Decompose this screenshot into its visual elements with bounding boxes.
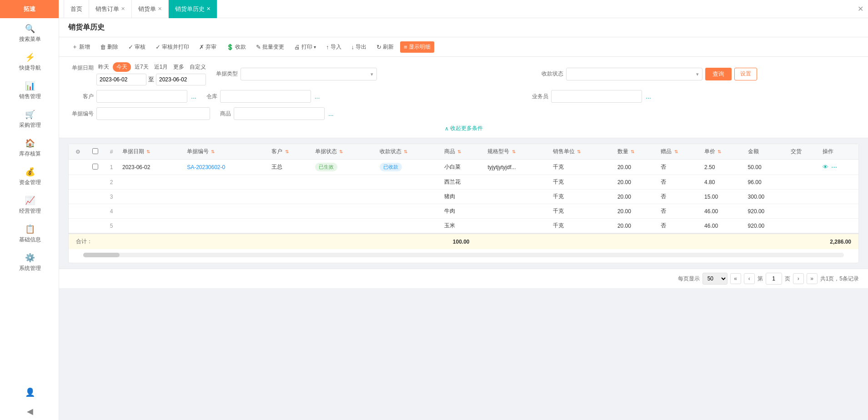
sidebar-item-finance[interactable]: 💰 资金管理 — [0, 161, 59, 190]
prev-page-button[interactable]: ‹ — [744, 273, 755, 284]
row2-transaction — [788, 175, 820, 190]
query-button[interactable]: 查询 — [705, 68, 732, 80]
close-sales-delivery-tab-icon[interactable]: ✕ — [158, 6, 162, 12]
show-details-button[interactable]: ≡ 显示明细 — [400, 41, 434, 53]
date-7days[interactable]: 近7天 — [133, 62, 151, 72]
page-number-input[interactable] — [766, 273, 782, 285]
warehouse-ellipsis-button[interactable]: ... — [315, 93, 320, 100]
col-doc-status[interactable]: 单据状态 ⇅ — [312, 144, 377, 160]
horizontal-scrollbar[interactable] — [83, 253, 844, 257]
date-more[interactable]: 更多 — [171, 62, 186, 72]
col-spec[interactable]: 规格型号 ⇅ — [485, 144, 550, 160]
row1-more-button[interactable]: ⋯ — [831, 164, 837, 170]
row3-payment-status — [377, 190, 442, 204]
row2-spec — [485, 175, 550, 190]
table-row: 4 牛肉 千克 20.00 否 46.00 920. — [69, 204, 858, 219]
sidebar-item-sales-mgmt[interactable]: 📊 销售管理 — [0, 75, 59, 104]
date-1month[interactable]: 近1月 — [152, 62, 170, 72]
payment-status-select[interactable] — [566, 68, 702, 80]
col-gift[interactable]: 赠品 ⇅ — [658, 144, 702, 160]
date-yesterday[interactable]: 昨天 — [96, 62, 111, 72]
warehouse-input[interactable] — [220, 90, 311, 103]
scrollbar-thumb[interactable] — [83, 253, 120, 257]
row3-number: 3 — [103, 190, 120, 204]
sidebar-item-user[interactable]: 👤 — [0, 382, 59, 401]
sidebar-item-basic-info[interactable]: 📋 基础信息 — [0, 219, 59, 247]
row2-qty: 20.00 — [615, 175, 658, 190]
doc-type-select[interactable] — [241, 68, 377, 80]
audit-button[interactable]: ✓ 审核 — [125, 41, 149, 53]
audit-print-button[interactable]: ✓ 审核并打印 — [152, 41, 193, 53]
tab-sales-history[interactable]: 销货单历史 ✕ — [169, 0, 217, 18]
tab-sales-order[interactable]: 销售订单 ✕ — [89, 0, 132, 18]
date-today[interactable]: 今天 — [113, 62, 131, 72]
import-button[interactable]: ↑ 导入 — [322, 41, 345, 53]
col-unit-price[interactable]: 单价 ⇅ — [702, 144, 745, 160]
row1-checkbox[interactable] — [92, 164, 98, 170]
salesperson-ellipsis-button[interactable]: ... — [646, 93, 651, 100]
date-from-input[interactable] — [96, 74, 146, 85]
goods-ellipsis-button[interactable]: ... — [328, 110, 334, 117]
row4-goods: 牛肉 — [442, 204, 485, 219]
customer-input[interactable] — [96, 90, 187, 103]
row1-customer: 王总 — [269, 160, 312, 175]
sidebar-item-label: 采购管理 — [19, 121, 41, 129]
sidebar-item-quick-nav[interactable]: ⚡ 快捷导航 — [0, 47, 59, 75]
col-doc-number[interactable]: 单据编号 ⇅ — [184, 144, 269, 160]
row1-doc-number[interactable]: SA-20230602-0 — [184, 160, 269, 175]
date-to-input[interactable] — [156, 74, 206, 85]
goods-input[interactable] — [234, 107, 325, 120]
customer-ellipsis-button[interactable]: ... — [191, 93, 196, 100]
collapse-button[interactable]: ∧ 收起更多条件 — [68, 125, 859, 132]
delete-button[interactable]: 🗑 删除 — [96, 41, 122, 53]
row2-number: 2 — [103, 175, 120, 190]
per-page-select[interactable]: 20 50 100 — [702, 273, 728, 285]
sidebar-item-inventory[interactable]: 🏠 库存核算 — [0, 133, 59, 161]
setting-button[interactable]: 设置 — [734, 68, 757, 80]
sidebar-item-sys-mgmt[interactable]: ⚙️ 系统管理 — [0, 247, 59, 276]
row1-view-button[interactable]: 👁 — [823, 164, 828, 170]
doc-type-field: 单据类型 ▾ — [212, 68, 533, 80]
salesperson-input[interactable] — [551, 90, 642, 103]
last-page-button[interactable]: » — [807, 273, 818, 284]
sidebar-item-operations[interactable]: 📈 经营管理 — [0, 190, 59, 219]
col-qty[interactable]: 数量 ⇅ — [615, 144, 658, 160]
refresh-button[interactable]: ↻ 刷新 — [373, 41, 397, 53]
tab-sales-delivery[interactable]: 销货单 ✕ — [132, 0, 169, 18]
new-button[interactable]: ＋ 新增 — [68, 41, 94, 53]
collect-button[interactable]: 💲 收款 — [223, 41, 250, 53]
select-all-checkbox[interactable] — [92, 148, 98, 154]
tabs-close-all-button[interactable]: ✕ — [858, 5, 863, 13]
export-button[interactable]: ↓ 导出 — [348, 41, 371, 53]
row5-goods: 玉米 — [442, 219, 485, 233]
doc-type-select-wrapper: ▾ — [241, 68, 377, 80]
show-details-icon: ≡ — [404, 44, 407, 50]
row5-doc-status — [312, 219, 377, 233]
date-custom[interactable]: 自定义 — [188, 62, 208, 72]
col-unit[interactable]: 销售单位 ⇅ — [550, 144, 615, 160]
close-sales-order-tab-icon[interactable]: ✕ — [121, 6, 125, 12]
col-goods[interactable]: 商品 ⇅ — [442, 144, 485, 160]
col-check — [87, 144, 103, 160]
row1-settings-cell — [69, 160, 87, 175]
tab-home[interactable]: 首页 — [64, 0, 89, 18]
sidebar-item-search-menu[interactable]: 🔍 搜索菜单 — [0, 18, 59, 47]
next-page-button[interactable]: › — [793, 273, 804, 284]
data-table: ⚙ # 单据日期 ⇅ 单据编号 ⇅ — [69, 144, 858, 233]
first-page-button[interactable]: « — [730, 273, 741, 284]
row4-transaction — [788, 204, 820, 219]
close-sales-history-tab-icon[interactable]: ✕ — [206, 6, 211, 12]
sidebar-item-purchase-mgmt[interactable]: 🛒 采购管理 — [0, 104, 59, 133]
batch-change-button[interactable]: ✎ 批量变更 — [252, 41, 288, 53]
sidebar-item-toggle[interactable]: ◀ — [0, 401, 59, 420]
sidebar-item-label: 经营管理 — [19, 207, 41, 215]
doc-number-input[interactable] — [96, 107, 210, 120]
col-payment-status[interactable]: 收款状态 ⇅ — [377, 144, 442, 160]
table-row: 3 猪肉 千克 20.00 否 15.00 300. — [69, 190, 858, 204]
print-button[interactable]: 🖨 打印 ▾ — [291, 41, 320, 53]
col-settings[interactable]: ⚙ — [69, 144, 87, 160]
abandon-button[interactable]: ✗ 弃审 — [196, 41, 220, 53]
row1-check-cell[interactable] — [87, 160, 103, 175]
col-doc-date[interactable]: 单据日期 ⇅ — [120, 144, 184, 160]
col-customer[interactable]: 客户 ⇅ — [269, 144, 312, 160]
